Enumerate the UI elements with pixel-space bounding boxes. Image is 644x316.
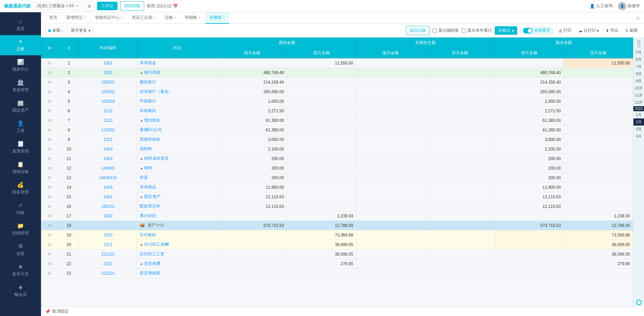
row-gear[interactable]: ⚙ (41, 259, 59, 269)
close-icon[interactable]: × (121, 16, 123, 19)
row-gear[interactable]: ⚙ (41, 163, 59, 173)
code-link[interactable]: 100201 (101, 80, 115, 85)
row-gear[interactable]: ⚙ (41, 192, 59, 202)
sidebar-item-member[interactable]: ◈ 畅会员 (0, 281, 41, 301)
table-row[interactable]: ⚙202211▲ 应付职工薪酬38,099.0538,099.05 (41, 240, 633, 249)
tab-balance[interactable]: 余额表 × (205, 12, 229, 24)
code-link[interactable]: 2211 (104, 242, 113, 247)
row-gear[interactable]: ⚙ (41, 154, 59, 163)
copy-icon[interactable]: ⧉ (85, 1, 94, 11)
company-selector[interactable]: (先前) 江西股金-LSS ▼ (33, 2, 82, 10)
row-code[interactable]: 1123 (79, 116, 137, 125)
tab-ledger[interactable]: 总账 × (161, 12, 180, 24)
row-code[interactable]: 1601 (79, 192, 137, 202)
full-style-button[interactable]: 全账式 ▾ (495, 26, 517, 35)
row-name[interactable]: 农业银行（黄金） (137, 87, 218, 97)
row-code[interactable] (79, 221, 137, 230)
month-12[interactable]: 12月 (633, 99, 644, 106)
settings-panel-icon[interactable] (636, 298, 642, 306)
row-name[interactable]: 素属EU公司 (137, 125, 218, 135)
table-row[interactable]: ⚙151601▲ 固定资产12,110.6312,110.63 (41, 192, 633, 202)
month-4[interactable]: 4月 (633, 133, 644, 140)
row-gear[interactable]: ⚙ (41, 144, 59, 154)
code-link[interactable]: 221101 (101, 252, 115, 257)
row-name[interactable]: 应付账款 (137, 230, 218, 240)
row-gear[interactable]: ⚙ (41, 211, 59, 221)
show-aux-checkbox[interactable]: 显示辅助算 (433, 28, 459, 33)
table-row[interactable]: ⚙11001库存现金11,550.0011,550.00 (41, 58, 633, 68)
row-code[interactable]: 140401 (79, 163, 137, 173)
row-gear[interactable]: ⚙ (41, 58, 59, 68)
code-link[interactable]: 100202 (101, 89, 115, 94)
row-gear[interactable]: ⚙ (41, 173, 59, 183)
code-link[interactable]: 1221 (104, 137, 113, 142)
row-code[interactable]: 112301 (79, 125, 137, 135)
show-ytd-input[interactable] (462, 28, 466, 33)
row-name[interactable]: 应付职工工资 (137, 249, 218, 259)
row-name[interactable]: ▲ 预付账款 (137, 116, 218, 125)
sidebar-item-archive[interactable]: 📁 归档管理 (0, 219, 41, 240)
table-row[interactable]: ⚙8112301素属EU公司61,380.0061,380.00 (41, 125, 633, 135)
table-row[interactable]: ⚙3100201建设银行214,158.40214,158.40 (41, 77, 633, 87)
sidebar-item-home[interactable]: ⌂ 首页 (0, 15, 41, 35)
code-link[interactable]: 1405 (104, 185, 113, 190)
sidebar-item-reports[interactable]: 📊 报表中心 (0, 55, 41, 76)
code-link[interactable]: 1403 (104, 147, 113, 152)
row-gear[interactable]: ⚙ (41, 106, 59, 116)
expand-all-toggle[interactable]: 全部展开 (520, 27, 553, 34)
row-code[interactable]: 1122 (79, 106, 137, 116)
month-10[interactable]: 10月 (633, 85, 644, 92)
sidebar-item-invoice[interactable]: 🧾 发票管理 (0, 137, 41, 158)
expand-icon[interactable]: ▲ (140, 71, 144, 74)
row-name[interactable]: 库存商品 (137, 183, 218, 192)
expand-icon[interactable]: ▲ (140, 243, 144, 246)
month-1[interactable]: 1月 (633, 111, 644, 118)
sidebar-item-ledger[interactable]: ≡ 总账 (0, 35, 41, 55)
row-code[interactable]: 221101 (79, 249, 137, 259)
table-row[interactable]: ⚙171602累计折旧1,238.931,238.93 (41, 211, 633, 221)
show-aux-input[interactable] (433, 28, 437, 33)
row-name[interactable]: 应交增值税 (137, 269, 218, 278)
refresh-button[interactable]: ↻ 刷新 (623, 27, 640, 34)
service-area[interactable]: 👤 人工咨询 (590, 3, 613, 9)
expand-icon[interactable]: ▲ (140, 166, 144, 170)
gear-header[interactable]: ⚙ (41, 38, 59, 58)
row-code[interactable]: 2221 (79, 259, 137, 269)
row-gear[interactable]: ⚙ (41, 116, 59, 125)
table-row[interactable]: ⚙5100203中国银行1,000.001,000.00 (41, 97, 633, 106)
table-row[interactable]: ⚙101403原材料2,100.002,100.00 (41, 144, 633, 154)
row-name[interactable]: 库存现金 (137, 58, 218, 68)
expand-more-button[interactable]: 展开更多 ▾ (68, 26, 94, 35)
table-row[interactable]: ⚙21002▲ 银行存款480,748.40480,748.40 (41, 68, 633, 77)
row-code[interactable]: 100203 (79, 97, 137, 106)
row-code[interactable]: 1405 (79, 183, 137, 192)
sidebar-item-fixed-assets[interactable]: 🏢 固定资产 (0, 96, 41, 117)
table-row[interactable]: ⚙91221其他应收款3,000.003,000.00 (41, 135, 633, 144)
row-gear[interactable]: ⚙ (41, 221, 59, 230)
row-name[interactable]: 壹蛋 (137, 173, 218, 183)
tab-smart-verify[interactable]: 智能凭证中心 × (91, 12, 127, 24)
export-button[interactable]: ⬆ 导出 (604, 27, 620, 34)
close-icon[interactable]: × (198, 16, 201, 19)
row-code[interactable]: 222101 (79, 269, 137, 278)
row-name[interactable]: 中国银行 (137, 97, 218, 106)
tab-home[interactable]: 首页 (45, 12, 61, 24)
tab-new-voucher[interactable]: 新增凭证 × (62, 12, 90, 24)
month-11[interactable]: 11月 (633, 92, 644, 99)
code-link[interactable]: 1002 (104, 70, 113, 75)
code-link[interactable]: 2202 (104, 233, 113, 238)
code-link[interactable]: 14040101 (99, 175, 117, 180)
close-icon[interactable]: × (174, 16, 176, 19)
code-link[interactable]: 160101 (101, 204, 115, 209)
code-link[interactable]: 222101 (101, 271, 115, 276)
row-code[interactable]: 1221 (79, 135, 137, 144)
row-name[interactable]: ▲ 银行存款 (137, 68, 218, 77)
row-code[interactable]: 2211 (79, 240, 137, 249)
close-icon[interactable]: × (223, 16, 225, 19)
table-row[interactable]: ⚙21221101应付职工工资38,099.0538,099.05 (41, 249, 633, 259)
switch-version-button[interactable]: 切到旧版 (120, 1, 144, 11)
expand-icon[interactable]: ▲ (140, 195, 144, 199)
row-gear[interactable]: ⚙ (41, 125, 59, 135)
sidebar-item-settings[interactable]: ⚙ 设置 (0, 240, 41, 260)
table-row[interactable]: ⚙111404▲ 材料成本差异200.00200.00 (41, 154, 633, 163)
